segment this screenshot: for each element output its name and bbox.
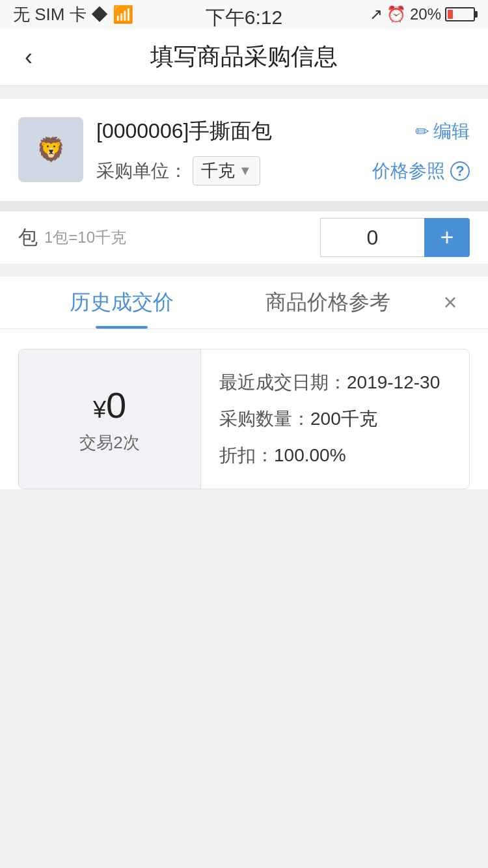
status-bar: 无 SIM 卡 ◆ 📶 下午6:12 ↗ ⏰ 20% [0, 0, 488, 29]
unit-label: 采购单位： [96, 159, 187, 183]
section-divider [0, 201, 488, 211]
tab-close-button[interactable]: × [431, 277, 470, 329]
tab-history-price[interactable]: 历史成交价 [18, 277, 224, 329]
quantity-hint: 1包=10千克 [44, 227, 126, 248]
product-card: 🦁 [0000006]手撕面包 ✏ 编辑 采购单位： 千克 ▼ [0, 99, 488, 201]
product-name: [0000006]手撕面包 [96, 117, 272, 146]
product-thumbnail: 🦁 [18, 117, 83, 182]
page-title: 填写商品采购信息 [150, 41, 338, 73]
discount-value: 100.00% [274, 445, 346, 465]
price-transactions: 交易2次 [79, 431, 139, 454]
close-icon: × [443, 289, 457, 316]
price-value: 0 [106, 385, 126, 426]
purchase-qty-label: 采购数量： [219, 409, 310, 429]
tab-product-price-ref[interactable]: 商品价格参考 [224, 277, 431, 329]
recent-date-value: 2019-12-30 [347, 372, 440, 392]
discount-row: 折扣：100.00% [219, 442, 451, 469]
status-time: 下午6:12 [206, 5, 282, 31]
tab-product-price-ref-label: 商品价格参考 [265, 288, 390, 317]
product-header: 🦁 [0000006]手撕面包 ✏ 编辑 采购单位： 千克 ▼ [18, 117, 470, 185]
recent-date-row: 最近成交日期：2019-12-30 [219, 369, 451, 396]
price-card: ¥0 交易2次 最近成交日期：2019-12-30 采购数量：200千克 折扣：… [18, 349, 470, 489]
price-details: 最近成交日期：2019-12-30 采购数量：200千克 折扣：100.00% [201, 349, 469, 489]
battery-fill [448, 10, 453, 19]
purchase-qty-row: 采购数量：200千克 [219, 405, 451, 433]
quantity-controls: + [320, 218, 470, 257]
tabs-section: 历史成交价 商品价格参考 × ¥0 交易2次 最近成交日期：2019-12-30… [0, 277, 488, 489]
tabs-header: 历史成交价 商品价格参考 × [0, 277, 488, 329]
battery-percent: 20% [410, 5, 441, 23]
currency-symbol: ¥ [93, 396, 106, 423]
main-content-area [0, 509, 488, 868]
help-icon: ? [450, 161, 470, 181]
price-ref-button[interactable]: 价格参照 ? [372, 159, 470, 183]
price-ref-label: 价格参照 [372, 159, 445, 183]
plus-icon: + [440, 224, 454, 251]
alarm-icon: ⏰ [386, 5, 406, 23]
back-button[interactable]: ‹ [18, 37, 39, 77]
price-amount: ¥0 [93, 384, 126, 426]
unit-value: 千克 [201, 159, 235, 182]
quantity-plus-button[interactable]: + [424, 218, 470, 257]
nav-bar: ‹ 填写商品采购信息 [0, 29, 488, 86]
purchase-qty-value: 200千克 [310, 409, 377, 429]
battery-icon [445, 7, 475, 21]
location-icon: ↗ [370, 5, 383, 23]
edit-icon: ✏ [415, 122, 429, 142]
product-title-row: [0000006]手撕面包 ✏ 编辑 [96, 117, 470, 146]
edit-label: 编辑 [433, 119, 470, 144]
dropdown-arrow-icon: ▼ [239, 163, 252, 178]
price-summary: ¥0 交易2次 [19, 349, 201, 489]
status-right-icons: ↗ ⏰ 20% [370, 5, 475, 23]
status-carrier: 无 SIM 卡 ◆ 📶 [13, 3, 133, 26]
tab-history-price-label: 历史成交价 [70, 288, 174, 317]
discount-label: 折扣： [219, 445, 274, 465]
quantity-row: 包 1包=10千克 + [0, 211, 488, 264]
product-info: [0000006]手撕面包 ✏ 编辑 采购单位： 千克 ▼ 价格参照 [96, 117, 470, 185]
quantity-input[interactable] [320, 218, 424, 257]
quantity-unit-label: 包 [18, 224, 38, 251]
product-logo: 🦁 [36, 136, 66, 163]
recent-date-label: 最近成交日期： [219, 372, 347, 392]
unit-select[interactable]: 千克 ▼ [193, 156, 260, 185]
product-unit-row: 采购单位： 千克 ▼ 价格参照 ? [96, 156, 470, 185]
edit-button[interactable]: ✏ 编辑 [415, 119, 470, 144]
